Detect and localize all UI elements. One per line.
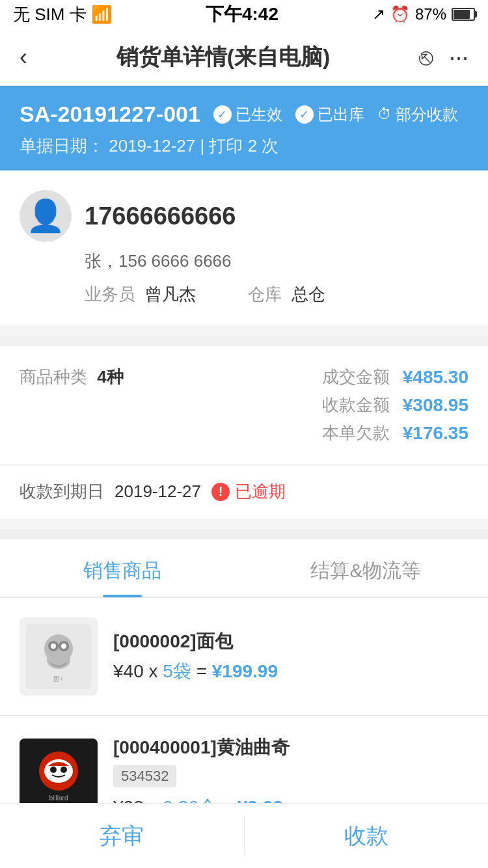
overdue-icon: ! [211,483,230,501]
product-image-1: 图+ [26,624,91,689]
product-thumb-1: 图+ [20,617,98,696]
bottom-bar: 弃审 收款 [0,803,488,868]
location-icon: ↗ [372,5,385,23]
due-label: 收款到期日 [20,480,104,503]
product-name-1: [0000002]面包 [113,629,468,654]
svg-point-11 [50,766,57,773]
debt-label: 本单欠款 [322,422,390,444]
page-title: 销货单详情(来自电脑) [116,42,331,72]
tabs: 销售商品 结算&物流等 [0,539,488,598]
product-unit-price-1: ¥40 x [113,661,163,681]
cancel-review-button[interactable]: 弃审 [0,804,244,868]
product-info-1: [0000002]面包 ¥40 x 5袋 = ¥199.99 [113,629,468,684]
order-date-row: 单据日期： 2019-12-27 | 打印 2 次 [20,135,468,157]
debt-value: ¥176.35 [403,423,468,444]
clock-icon: ⏱ [377,106,392,123]
product-qty-1: 5袋 [163,661,191,681]
stats-right: 成交金额 ¥485.30 收款金额 ¥308.95 本单欠款 ¥176.35 [322,366,468,444]
order-id: SA-20191227-001 [20,102,200,127]
due-date-section: 收款到期日 2019-12-27 ! 已逾期 [0,464,488,519]
status-bar: 无 SIM 卡 📶 下午4:42 ↗ ⏰ 87% [0,0,488,29]
amount-row: 成交金额 ¥485.30 [322,366,468,388]
svg-point-4 [51,644,56,649]
product-sku-2: 534532 [113,765,176,787]
sales-meta: 业务员 曾凡杰 [85,283,196,306]
status-time: 下午4:42 [206,2,278,27]
date-label: 单据日期： [20,136,104,156]
battery-icon [452,8,475,21]
stats-section: 商品种类 4种 成交金额 ¥485.30 收款金额 ¥308.95 本单欠款 ¥… [0,346,488,464]
badge-partial-payment: ⏱ 部分收款 [377,104,458,125]
svg-text:billiard: billiard [49,794,68,802]
nav-actions: ⎋ ··· [419,44,468,71]
sales-label: 业务员 [85,284,135,304]
amount-label: 成交金额 [322,366,390,388]
tab-sales-products[interactable]: 销售商品 [0,539,244,597]
warehouse-label: 仓库 [248,284,282,304]
customer-meta: 业务员 曾凡杰 仓库 总仓 [85,283,468,306]
more-button[interactable]: ··· [449,44,468,71]
collect-button[interactable]: 收款 [245,804,489,868]
badge-effective: 已生效 [213,104,282,125]
status-right: ↗ ⏰ 87% [372,5,475,23]
product-name-2: [000400001]黄油曲奇 [113,735,468,760]
product-item: 图+ [0000002]面包 ¥40 x 5袋 = ¥199.99 [0,598,488,716]
customer-sub: 张，156 6666 6666 [85,250,468,273]
badge-shipped: 已出库 [295,104,364,125]
warehouse-meta: 仓库 总仓 [248,283,325,306]
tab-settlement[interactable]: 结算&物流等 [244,539,488,597]
type-count: 4种 [97,367,123,387]
received-value: ¥308.95 [403,395,468,416]
svg-point-5 [61,644,66,649]
product-price-row-1: ¥40 x 5袋 = ¥199.99 [113,659,468,684]
overdue-text: 已逾期 [235,480,286,503]
received-row: 收款金额 ¥308.95 [322,394,468,416]
product-equals-1: = [197,661,212,681]
type-label: 商品种类 [20,367,87,387]
separator-2 [0,529,488,539]
status-left: 无 SIM 卡 📶 [13,3,112,26]
overdue-badge: ! 已逾期 [211,480,286,503]
due-date-value: 2019-12-27 [115,481,201,502]
share-button[interactable]: ⎋ [419,44,433,71]
amount-value: ¥485.30 [403,367,468,388]
debt-row: 本单欠款 ¥176.35 [322,422,468,444]
check-icon-2 [295,105,314,124]
customer-section: 👤 17666666666 张，156 6666 6666 业务员 曾凡杰 仓库… [0,170,488,325]
svg-point-12 [61,766,67,773]
svg-text:图+: 图+ [53,675,64,683]
order-header-banner: SA-20191227-001 已生效 已出库 ⏱ 部分收款 单据日期： 201… [0,86,488,170]
print-info: | 打印 2 次 [200,136,278,156]
stats-left: 商品种类 4种 [20,366,124,388]
customer-name: 17666666666 [85,202,236,230]
order-date: 2019-12-27 [109,136,195,156]
battery-text: 87% [415,5,446,23]
sales-value: 曾凡杰 [145,284,196,304]
avatar: 👤 [20,190,72,242]
separator-1 [0,336,488,346]
alarm-icon: ⏰ [390,5,410,23]
warehouse-value: 总仓 [291,284,325,304]
user-icon: 👤 [26,198,65,234]
check-icon [213,105,232,124]
back-button[interactable]: ‹ [20,44,27,71]
received-label: 收款金额 [322,394,390,416]
product-total-1: ¥199.99 [212,661,278,681]
nav-bar: ‹ 销货单详情(来自电脑) ⎋ ··· [0,29,488,86]
